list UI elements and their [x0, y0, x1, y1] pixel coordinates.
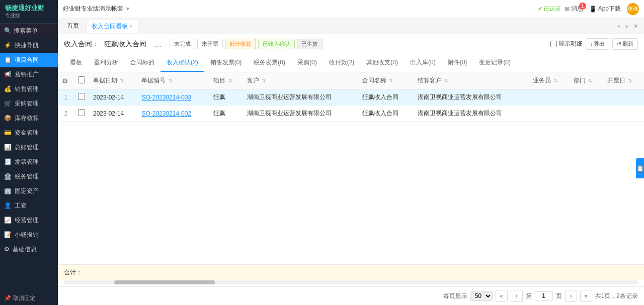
row-checkbox-1[interactable]	[78, 93, 85, 100]
row-check-2[interactable]	[74, 106, 89, 122]
sidebar-search[interactable]: 🔍 搜索菜单	[0, 24, 58, 38]
date-sort-icon[interactable]: ⇅	[120, 78, 124, 83]
th-settings[interactable]: ⚙	[58, 72, 74, 89]
company-dropdown-icon: ▼	[125, 6, 130, 12]
search-label: 搜索菜单	[14, 27, 38, 35]
sub-tab-sales-invoice[interactable]: 销售发票(0)	[204, 54, 248, 72]
sidebar-item-label-tax: 税务管理	[15, 172, 39, 181]
sidebar-item-fixed[interactable]: 🏢 固定资产	[0, 184, 58, 198]
th-end-customer-label: 结算客户	[418, 77, 442, 84]
sidebar-item-label-fixed: 固定资产	[15, 187, 39, 195]
row-check-1[interactable]	[74, 89, 89, 106]
side-note-button[interactable]: 📋	[636, 158, 644, 178]
tab-nav-close[interactable]: ×	[631, 22, 640, 31]
user-avatar[interactable]: 珠珠	[627, 3, 639, 15]
status-btn-confirmed[interactable]: 已收入确认	[258, 39, 295, 49]
sidebar-item-general[interactable]: 📊 总账管理	[0, 140, 58, 155]
export-button[interactable]: ↓ 导出	[586, 38, 610, 50]
sidebar-item-report[interactable]: 📝 小畅报销	[0, 228, 58, 242]
refresh-button[interactable]: ↺ 刷新	[612, 38, 638, 50]
number-sort-icon[interactable]: ⇅	[169, 78, 173, 83]
sub-tab-other[interactable]: 其他收支(0)	[360, 54, 404, 72]
sidebar-item-labor[interactable]: 👤 工资	[0, 198, 58, 213]
tab-close-icon[interactable]: ×	[130, 24, 133, 29]
table-row[interactable]: 2 2023-02-14 SQ-20230214-002 狂飙 湖南卫视商业运营…	[58, 106, 644, 122]
sales-icon: 💰	[4, 85, 12, 92]
end-customer-sort-icon[interactable]: ⇅	[444, 78, 448, 83]
sidebar-item-project[interactable]: 📋 项目合同	[0, 53, 58, 67]
sub-tab-income-confirm[interactable]: 收入确认(2)	[160, 54, 204, 72]
tab-nav-next[interactable]: ›	[623, 22, 630, 31]
tab-income-contract[interactable]: 收入合同看板 ×	[86, 20, 138, 33]
sub-tab-kanban[interactable]: 看板	[64, 54, 88, 72]
tab-home[interactable]: 首页	[62, 20, 84, 32]
table-row[interactable]: 1 2023-02-14 SQ-20230214-003 狂飙 湖南卫视商业运营…	[58, 89, 644, 106]
home-tab-label: 首页	[67, 22, 79, 30]
certified-badge: ✔ 已认证	[538, 5, 560, 13]
sidebar-item-inventory[interactable]: 📦 库存核算	[0, 111, 58, 126]
status-btn-effective[interactable]: 已生效	[297, 39, 323, 49]
salesperson-sort-icon[interactable]: ⇅	[553, 78, 557, 83]
page-end-label: 页	[556, 292, 562, 300]
sidebar-item-capital[interactable]: 💳 资金管理	[0, 126, 58, 140]
scroll-thumb[interactable]	[114, 280, 215, 284]
page-prev-btn[interactable]: ‹	[511, 290, 523, 302]
th-department: 部门 ⇅	[570, 72, 603, 89]
th-department-label: 部门	[574, 77, 586, 84]
project-sort-icon[interactable]: ⇅	[228, 78, 232, 83]
show-detail-toggle[interactable]: 显示明细	[550, 38, 583, 50]
row-number-link-1[interactable]: SQ-20230214-003	[141, 94, 191, 101]
sidebar-item-sales[interactable]: 💰 销售管理	[0, 82, 58, 96]
sidebar-item-purchase[interactable]: 🛒 采购管理	[0, 96, 58, 111]
tabbar: 首页 收入合同看板 × ‹ › ×	[58, 18, 644, 34]
sidebar-item-basic[interactable]: ⚙ 基础信息	[0, 242, 58, 257]
sidebar-item-marketing[interactable]: 📢 营销推广	[0, 67, 58, 82]
sidebar-item-tax[interactable]: 🏦 税务管理	[0, 169, 58, 184]
pin-icon: 📌	[4, 295, 11, 301]
unpin-label: 取消固定	[13, 294, 35, 302]
sub-tab-tax-invoice[interactable]: 税务发票(0)	[248, 54, 291, 72]
more-button[interactable]: …	[151, 39, 165, 49]
page-next-btn[interactable]: ›	[565, 290, 577, 302]
page-first-btn[interactable]: «	[496, 290, 508, 302]
sub-tab-storage[interactable]: 出入库(0)	[404, 54, 442, 72]
settings-icon[interactable]: ⚙	[62, 77, 68, 85]
per-page-label: 每页显示	[443, 292, 467, 300]
th-project: 项目 ⇅	[209, 72, 243, 89]
tab-nav-prev[interactable]: ‹	[615, 22, 622, 31]
page-last-btn[interactable]: »	[580, 290, 592, 302]
sub-tab-change-log[interactable]: 变更记录(0)	[473, 54, 517, 72]
select-all-checkbox[interactable]	[78, 76, 85, 83]
open-date-sort-icon[interactable]: ⇅	[628, 78, 632, 83]
sub-tab-payment[interactable]: 收付款(2)	[323, 54, 361, 72]
sub-tab-target[interactable]: 合同标的	[124, 54, 160, 72]
scroll-track[interactable]	[64, 280, 638, 284]
sub-tabs: 看板 盈利分析 合同标的 收入确认(2) 销售发票(0) 税务发票(0) 采购(…	[58, 54, 644, 72]
message-button[interactable]: ✉ 消息 1	[565, 5, 583, 13]
company-selector[interactable]: 好业财专业版演示帐套 ▼	[63, 5, 534, 13]
status-btn-partial[interactable]: 部分收款	[225, 39, 256, 49]
unpin-button[interactable]: 📌 取消固定	[0, 291, 58, 305]
row-checkbox-2[interactable]	[78, 109, 85, 116]
app-download-button[interactable]: 📱 App下载	[589, 5, 621, 13]
sub-tab-profit[interactable]: 盈利分析	[88, 54, 124, 72]
sidebar-item-label-purchase: 采购管理	[15, 99, 39, 108]
sidebar-item-operation[interactable]: 📈 经营管理	[0, 213, 58, 228]
department-sort-icon[interactable]: ⇅	[588, 78, 592, 83]
status-btn-incomplete[interactable]: 未完成	[170, 39, 195, 49]
sidebar-item-quick-nav[interactable]: ⚡ 快捷导航	[0, 38, 58, 53]
row-number-link-2[interactable]: SQ-20230214-002	[141, 110, 191, 117]
sub-tab-purchase[interactable]: 采购(0)	[291, 54, 323, 72]
sidebar-item-invoice[interactable]: 🧾 发票管理	[0, 155, 58, 169]
note-icon: 📋	[636, 165, 644, 172]
per-page-select[interactable]: 50	[470, 291, 493, 301]
fixed-icon: 🏢	[4, 187, 12, 194]
customer-sort-icon[interactable]: ⇅	[262, 78, 266, 83]
main-area: 好业财专业版演示帐套 ▼ ✔ 已认证 ✉ 消息 1 📱 App下载 珠珠 首页	[58, 0, 644, 305]
contract-sort-icon[interactable]: ⇅	[389, 78, 393, 83]
sub-tab-attachment[interactable]: 附件(0)	[442, 54, 473, 72]
page-input[interactable]	[535, 291, 553, 300]
row-end-customer-1: 湖南卫视商业运营发展有限公司	[414, 89, 529, 106]
show-detail-checkbox[interactable]	[550, 41, 557, 47]
status-btn-uninvoiced[interactable]: 未开票	[197, 39, 223, 49]
